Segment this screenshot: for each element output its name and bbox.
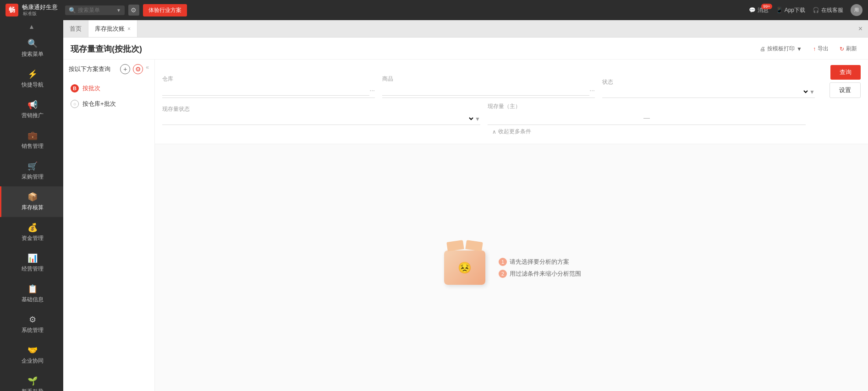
goods-filter: 商品 ··· [382,75,595,98]
online-service-btn[interactable]: 🎧 在线客服 [813,6,843,14]
inventory-qty-to-input[interactable] [654,112,806,123]
inventory-qty-from-input[interactable] [488,112,640,123]
sidebar-item-inventory[interactable]: 📦 库存核算 [0,186,63,217]
sales-icon: 💼 [27,130,38,141]
sidebar-item-enterprise[interactable]: 🤝 企业协同 [0,340,63,370]
sidebar-item-finance[interactable]: 💰 资金管理 [0,217,63,248]
search-menu-icon: 🔍 [27,38,38,49]
online-service-label: 在线客服 [821,6,843,14]
print-label: 按模板打印 [767,45,795,53]
sidebar-item-search[interactable]: 🔍 搜索菜单 [0,33,63,64]
sidebar-label-sales: 销售管理 [22,142,44,150]
query-btn[interactable]: 查询 [830,65,861,80]
sidebar-item-beginner[interactable]: 🌱 新手引导 [0,370,63,391]
empty-msg-1: 1 请先选择要分析的方案 [499,258,581,266]
print-btn[interactable]: 🖨 按模板打印 ▼ [756,43,806,54]
refresh-btn[interactable]: ↻ 刷新 [836,43,861,54]
goods-label: 商品 [382,75,595,83]
search-icon: 🔍 [69,7,76,14]
left-panel: 按以下方案查询 + ⚙ « B [63,60,155,391]
tab-close-icon[interactable]: × [127,26,131,32]
app-version: 标准版 [23,11,58,16]
gear-button[interactable]: ⚙ [128,5,139,16]
user-avatar[interactable]: 用 [851,4,863,16]
sidebar-label-finance: 资金管理 [22,234,44,242]
status-select[interactable] [602,88,809,96]
sidebar-item-system[interactable]: ⚙ 系统管理 [0,309,63,340]
left-panel-collapse-icon[interactable]: « [146,64,149,74]
inventory-qty-filter: 现存量（主） — [488,103,806,125]
sidebar-label-marketing: 营销推广 [22,112,44,119]
enterprise-icon: 🤝 [27,345,38,355]
tab-inventory-batch-label: 库存批次账 [95,25,125,33]
inventory-status-select[interactable] [162,115,475,123]
plan-label-warehouse-batch: 按仓库+批次 [82,100,116,108]
warehouse-input-wrap: ··· [162,85,375,98]
inventory-status-select-wrap: ▼ [162,115,480,125]
messages-btn[interactable]: 💬 消息 99+ [749,6,769,14]
sidebar-item-quick-nav[interactable]: ⚡ 快捷导航 [0,64,63,94]
tab-inventory-batch[interactable]: 库存批次账 × [88,20,137,37]
status-filter: 状态 ▼ [602,78,815,98]
sidebar-item-sales[interactable]: 💼 销售管理 [0,125,63,156]
sidebar-item-operations[interactable]: 📊 经营管理 [0,248,63,278]
experience-btn[interactable]: 体验行业方案 [143,4,187,16]
page-content: 现存量查询(按批次) 🖨 按模板打印 ▼ ↑ 导出 ↻ 刷新 [63,38,868,391]
marketing-icon: 📢 [27,100,38,110]
operations-icon: 📊 [27,253,38,263]
export-btn[interactable]: ↑ 导出 [809,43,832,54]
app-logo: 畅 [5,4,18,16]
search-bar[interactable]: 🔍 ▼ [65,5,125,15]
goods-input[interactable] [382,85,589,96]
plan-label-batch: 按批次 [82,84,100,92]
sidebar-scroll-up[interactable]: ▲ [0,20,63,33]
plan-item-warehouse-batch[interactable]: ○ 按仓库+批次 [63,96,154,112]
left-panel-title: 按以下方案查询 [69,65,110,73]
app-download-btn[interactable]: 📱 App下载 [776,6,805,14]
gear-icon: ⚙ [131,6,137,14]
page-header: 现存量查询(按批次) 🖨 按模板打印 ▼ ↑ 导出 ↻ 刷新 [63,38,868,60]
add-icon: + [123,65,127,73]
app-brand: 畅康通好生意 [22,4,58,11]
sidebar-label-base: 基础信息 [22,296,44,304]
sidebar-item-purchase[interactable]: 🛒 采购管理 [0,156,63,186]
goods-input-wrap: ··· [382,85,595,98]
sidebar-label-enterprise: 企业协同 [22,357,44,365]
main-layout: ▲ 🔍 搜索菜单 ⚡ 快捷导航 📢 营销推广 💼 销售管理 🛒 采购管理 📦 库… [0,20,868,391]
tab-bar: 首页 库存批次账 × × [63,20,868,38]
messages-badge: 99+ [761,4,772,9]
empty-msg-2-text: 用过滤条件来缩小分析范围 [510,270,581,278]
quick-nav-icon: ⚡ [27,69,38,79]
plan-settings-btn[interactable]: ⚙ [133,64,143,74]
sidebar-label-inventory: 库存核算 [22,204,44,212]
warehouse-input[interactable] [162,85,369,96]
purchase-icon: 🛒 [27,161,38,171]
add-plan-btn[interactable]: + [120,64,130,74]
collapse-label: 收起更多条件 [498,128,531,136]
refresh-icon: ↻ [840,46,844,52]
export-label: 导出 [818,45,829,53]
refresh-label: 刷新 [846,45,857,53]
mobile-icon: 📱 [776,7,783,13]
status-label: 状态 [602,78,815,86]
set-btn[interactable]: 设置 [830,82,861,98]
sidebar-item-base[interactable]: 📋 基础信息 [0,278,63,309]
warehouse-more-btn[interactable]: ··· [369,87,375,94]
finance-icon: 💰 [27,223,38,233]
tab-home[interactable]: 首页 [63,20,88,37]
sidebar: ▲ 🔍 搜索菜单 ⚡ 快捷导航 📢 营销推广 💼 销售管理 🛒 采购管理 📦 库… [0,20,63,391]
chevron-down-icon: ▼ [116,8,121,13]
warehouse-label: 仓库 [162,75,375,83]
collapse-row[interactable]: ∧ 收起更多条件 [162,125,861,138]
goods-more-btn[interactable]: ··· [589,87,595,94]
print-dropdown-icon: ▼ [797,46,802,52]
sidebar-label-quick-nav: 快捷导航 [22,81,44,89]
search-input[interactable] [78,7,115,13]
inventory-qty-label: 现存量（主） [488,103,806,110]
inventory-status-label: 现存量状态 [162,105,480,113]
sidebar-label-purchase: 采购管理 [22,173,44,181]
plan-icon-warehouse-batch: ○ [71,100,79,108]
plan-item-batch[interactable]: B 按批次 [63,81,154,96]
tab-bar-close-btn[interactable]: × [853,25,868,33]
sidebar-item-marketing[interactable]: 📢 营销推广 [0,94,63,125]
